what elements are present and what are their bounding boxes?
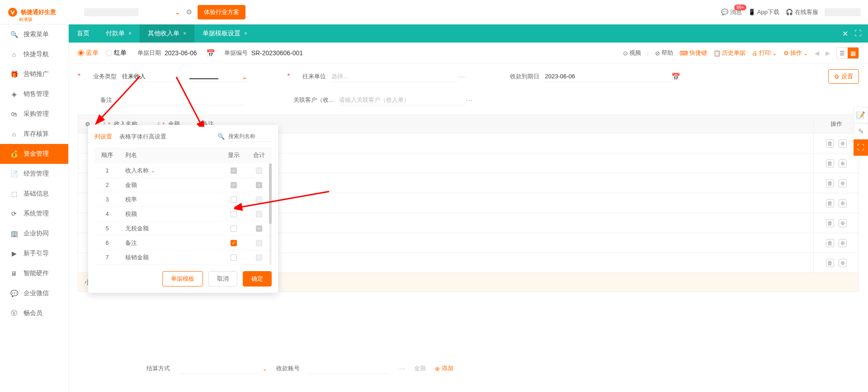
- calendar-icon[interactable]: 📅: [671, 72, 680, 81]
- tab[interactable]: 首页: [69, 24, 98, 43]
- search-icon: 🔍: [10, 30, 18, 38]
- close-icon[interactable]: ×: [183, 30, 186, 37]
- radio-red[interactable]: 红单: [106, 49, 127, 57]
- sidebar-item-wechat[interactable]: 💬企业微信: [0, 283, 68, 303]
- customer-input[interactable]: [339, 95, 466, 105]
- add-button[interactable]: ⊕ 添加: [435, 364, 453, 373]
- chevron-down-icon[interactable]: ⌄: [151, 167, 156, 174]
- close-icon[interactable]: ×: [128, 30, 132, 37]
- message-icon: 💬: [721, 9, 728, 15]
- delete-icon[interactable]: 🗑: [826, 139, 834, 148]
- sidebar-item-diamond[interactable]: ◈销售管理: [0, 84, 68, 104]
- company-selector[interactable]: ⌄: [84, 8, 180, 16]
- sidebar-item-play[interactable]: ▶新手引导: [0, 244, 68, 263]
- sidebar-item-gift[interactable]: 🎁营销推广: [0, 64, 68, 84]
- confirm-button[interactable]: 确定: [243, 271, 272, 287]
- tab-close-icon[interactable]: ✕: [842, 29, 848, 38]
- nav-next-icon[interactable]: ▶: [826, 50, 830, 57]
- sidebar-item-home[interactable]: ⌂快捷导航: [0, 44, 68, 64]
- copy-icon[interactable]: ⊕: [839, 199, 847, 207]
- tab[interactable]: 单据模板设置×: [194, 24, 255, 43]
- shortcut-link[interactable]: ⌨快捷键: [679, 49, 707, 57]
- sum-checkbox: [256, 225, 262, 232]
- more-icon[interactable]: ⋯: [399, 365, 405, 372]
- display-checkbox[interactable]: [231, 240, 237, 246]
- money-icon: 💰: [10, 150, 18, 158]
- copy-icon[interactable]: ⊕: [839, 179, 847, 187]
- float-edit-icon[interactable]: ✎: [854, 123, 868, 139]
- sidebar-item-money[interactable]: 💰资金管理: [0, 144, 68, 164]
- wechat-icon: 💬: [10, 289, 18, 297]
- radio-blue[interactable]: 蓝单: [78, 49, 99, 57]
- sidebar-item-bag[interactable]: 🛍采购管理: [0, 104, 68, 124]
- delete-icon[interactable]: 🗑: [826, 219, 834, 227]
- gift-icon: 🎁: [10, 70, 18, 78]
- doc-icon: 📄: [10, 170, 18, 178]
- history-link[interactable]: 📋历史单据: [713, 49, 745, 57]
- template-button[interactable]: 单据模板: [162, 271, 203, 287]
- tab[interactable]: 其他收入单×: [140, 24, 194, 43]
- messages-link[interactable]: 💬 消息 99+: [721, 8, 742, 16]
- settle-method-input[interactable]: [179, 363, 260, 374]
- delete-icon[interactable]: 🗑: [826, 159, 834, 167]
- chevron-down-icon[interactable]: ⌄: [262, 365, 267, 372]
- display-checkbox[interactable]: [231, 225, 237, 232]
- sidebar-item-doc[interactable]: 📄经营管理: [0, 164, 68, 184]
- view-list-icon[interactable]: ☰: [837, 48, 848, 58]
- sidebar-item-sync[interactable]: ⟳系统管理: [0, 204, 68, 224]
- trial-button[interactable]: 体验行业方案: [198, 5, 245, 19]
- cancel-button[interactable]: 取消: [208, 271, 237, 287]
- sidebar-item-vip[interactable]: Ⓥ畅会员: [0, 303, 68, 323]
- pop-head-display: 显示: [221, 151, 246, 159]
- sidebar-item-house[interactable]: ⌂库存核算: [0, 124, 68, 144]
- float-expand-icon[interactable]: ⛶: [854, 139, 868, 156]
- app-download-link[interactable]: 📱 App下载: [748, 8, 779, 16]
- user-area[interactable]: [825, 8, 861, 16]
- copy-icon[interactable]: ⊕: [839, 219, 847, 227]
- delete-icon[interactable]: 🗑: [826, 259, 834, 267]
- more-icon[interactable]: ⋯: [458, 72, 465, 81]
- view-grid-icon[interactable]: ▦: [848, 48, 859, 58]
- video-link[interactable]: ⊙视频: [623, 49, 641, 57]
- copy-icon[interactable]: ⊕: [839, 259, 847, 267]
- print-link[interactable]: 🖨打印⌄: [752, 49, 777, 57]
- close-icon[interactable]: ×: [244, 30, 247, 37]
- layers-icon: ⬚: [10, 190, 18, 198]
- building-icon: 🏢: [10, 229, 18, 238]
- display-checkbox[interactable]: [231, 254, 237, 261]
- float-note-icon[interactable]: 📝: [854, 107, 868, 123]
- help-link[interactable]: ⊘帮助: [655, 49, 673, 57]
- sidebar-item-search[interactable]: 🔍搜索菜单: [0, 24, 68, 44]
- pop-head-name: 列名: [120, 151, 221, 159]
- tab[interactable]: 付款单×: [98, 24, 140, 43]
- sidebar: 🔍搜索菜单⌂快捷导航🎁营销推广◈销售管理🛍采购管理⌂库存核算💰资金管理📄经营管理…: [0, 24, 69, 392]
- home-icon: ⌂: [10, 50, 18, 58]
- copy-icon[interactable]: ⊕: [839, 239, 847, 247]
- fullscreen-icon[interactable]: ⛶: [854, 29, 862, 38]
- copy-icon[interactable]: ⊕: [839, 159, 847, 167]
- delete-icon[interactable]: 🗑: [826, 179, 834, 187]
- sidebar-item-building[interactable]: 🏢企业协同: [0, 224, 68, 244]
- popover-tab-font[interactable]: 表格字体行高设置: [119, 133, 166, 141]
- calendar-icon[interactable]: 📅: [206, 49, 215, 57]
- sidebar-item-monitor[interactable]: 🖥智能硬件: [0, 263, 68, 283]
- more-icon[interactable]: ⋯: [466, 96, 473, 105]
- settings-button[interactable]: ⚙ 设置: [828, 69, 859, 84]
- popover-tab-columns[interactable]: 列设置: [94, 133, 112, 141]
- duedate-input[interactable]: [545, 71, 671, 82]
- chevron-down-icon[interactable]: ⌄: [241, 72, 247, 81]
- delete-icon[interactable]: 🗑: [826, 239, 834, 247]
- copy-icon[interactable]: ⊕: [839, 139, 847, 148]
- column-search-input[interactable]: [226, 131, 272, 142]
- logo-text: 畅捷通好生意: [21, 8, 56, 16]
- column-config-row: 1 收入名称 ⌄: [94, 163, 272, 178]
- actions-dropdown[interactable]: ⚙操作⌄: [783, 49, 808, 57]
- date-value[interactable]: 2023-06-06: [165, 49, 197, 57]
- online-service-link[interactable]: 🎧 在线客服: [786, 8, 818, 16]
- settings-gear-icon[interactable]: ⚙: [186, 8, 192, 16]
- nav-prev-icon[interactable]: ◀: [815, 50, 819, 57]
- delete-icon[interactable]: 🗑: [826, 199, 834, 207]
- receipt-acct-input[interactable]: [309, 363, 390, 374]
- party-input[interactable]: [331, 71, 458, 82]
- sidebar-item-layers[interactable]: ⬚基础信息: [0, 184, 68, 204]
